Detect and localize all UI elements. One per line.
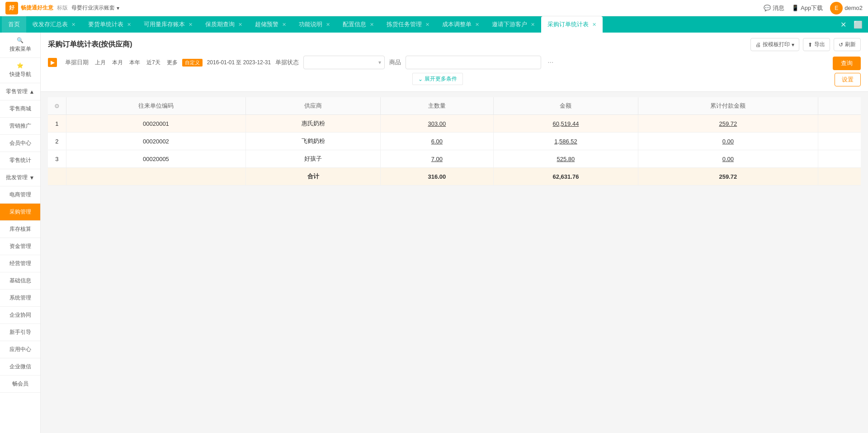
expand-more-button[interactable]: ⌄ 展开更多条件 (412, 73, 463, 85)
row-amount[interactable]: 1,586.52 (493, 133, 638, 150)
sidebar-item-vip[interactable]: 畅会员 (0, 376, 40, 393)
page-actions: 🖨 按模板打印 ▾ ⬆ 导出 ↺ 刷新 (750, 38, 861, 51)
sidebar-item-operation[interactable]: 经营管理 (0, 255, 40, 272)
sidebar-item-guide[interactable]: 新手引导 (0, 324, 40, 341)
row-paid[interactable]: 0.00 (638, 133, 818, 150)
shortcut-7days[interactable]: 近7天 (145, 58, 162, 67)
tab-invite-close[interactable]: ✕ (531, 22, 535, 28)
sidebar-item-ecommerce[interactable]: 电商管理 (0, 186, 40, 204)
tab-config[interactable]: 配置信息 ✕ (336, 16, 380, 33)
tab-receive-close[interactable]: ✕ (71, 22, 75, 28)
footer-row: 合计 316.00 62,631.76 259.72 (48, 168, 861, 186)
tab-close-all-button[interactable]: ✕ (839, 19, 848, 31)
custom-date-badge[interactable]: 自定义 (182, 59, 203, 67)
export-icon: ⬆ (808, 42, 812, 48)
tab-func[interactable]: 功能说明 ✕ (292, 16, 336, 33)
row-qty[interactable]: 6.00 (380, 133, 493, 150)
row-actions (818, 133, 861, 150)
breadcrumb: 标版 (57, 4, 68, 12)
sidebar-search-label: 搜索菜单 (9, 45, 31, 53)
footer-empty1 (48, 168, 66, 186)
tab-cost-adj[interactable]: 成本调整单 ✕ (436, 16, 486, 33)
sidebar-item-enterprise[interactable]: 企业协同 (0, 307, 40, 324)
tab-receive[interactable]: 收发存汇总表 ✕ (26, 16, 82, 33)
sidebar-item-marketing[interactable]: 营销推广 (0, 118, 40, 135)
tab-stock-book[interactable]: 可用量库存账本 ✕ (137, 16, 199, 33)
tab-overstock-close[interactable]: ✕ (282, 22, 286, 28)
tab-purchase-stat[interactable]: 采购订单统计表 ✕ (541, 16, 603, 33)
sidebar-item-purchase[interactable]: 采购管理 (0, 204, 40, 221)
tab-expire-close[interactable]: ✕ (238, 22, 242, 28)
goods-input[interactable] (406, 56, 541, 69)
tab-home[interactable]: 首页 (2, 16, 26, 33)
sidebar-item-wechat[interactable]: 企业微信 (0, 358, 40, 376)
sidebar-item-inventory[interactable]: 库存核算 (0, 221, 40, 238)
export-button[interactable]: ⬆ 导出 (803, 38, 830, 51)
sidebar-item-retail-stat[interactable]: 零售统计 (0, 152, 40, 169)
tab-expire[interactable]: 保质期查询 ✕ (199, 16, 249, 33)
sidebar-item-basic[interactable]: 基础信息 (0, 272, 40, 290)
sidebar-item-search[interactable]: 🔍 搜索菜单 (0, 33, 40, 58)
row-supplier: 飞鹤奶粉 (246, 133, 380, 150)
tab-purchase-stat-close[interactable]: ✕ (592, 22, 596, 28)
status-select[interactable] (303, 56, 385, 69)
tab-cost-adj-close[interactable]: ✕ (475, 22, 479, 28)
table-row: 1 00020001 惠氏奶粉 303.00 60,519.44 259.72 (48, 115, 861, 133)
sidebar-item-retail[interactable]: 零售管理 ▲ (0, 83, 40, 100)
sidebar-marketing-label: 营销推广 (9, 122, 31, 130)
home-tab-label: 首页 (8, 20, 20, 29)
logo-icon: 好 (5, 2, 18, 14)
tab-goods-stat[interactable]: 要货单统计表 ✕ (82, 16, 137, 33)
sidebar-item-wholesale[interactable]: 批发管理 ▼ (0, 169, 40, 186)
tab-overstock[interactable]: 超储预警 ✕ (249, 16, 292, 33)
more-options-button[interactable]: ··· (546, 58, 555, 67)
template-print-button[interactable]: 🖨 按模板打印 ▾ (750, 38, 799, 51)
row-paid[interactable]: 0.00 (638, 150, 818, 168)
shortcut-this-month[interactable]: 本月 (110, 58, 125, 67)
refresh-button[interactable]: ↺ 刷新 (834, 38, 861, 51)
expand-icon: ▲ (29, 89, 35, 95)
sidebar-item-retail-mall[interactable]: 零售商城 (0, 100, 40, 118)
tab-pick-task-close[interactable]: ✕ (425, 22, 429, 28)
tab-func-close[interactable]: ✕ (326, 22, 330, 28)
tab-config-close[interactable]: ✕ (370, 22, 374, 28)
workspace-dropdown[interactable]: 母婴行业演示账套 ▾ (71, 4, 119, 12)
sidebar-item-app-center[interactable]: 应用中心 (0, 341, 40, 358)
shortcut-last-month[interactable]: 上月 (93, 58, 108, 67)
tab-pick-task[interactable]: 拣货任务管理 ✕ (380, 16, 436, 33)
row-qty[interactable]: 7.00 (380, 150, 493, 168)
sidebar-item-shortcut[interactable]: ⭐ 快捷导航 (0, 58, 40, 83)
table-header: ⚙ 往来单位编码 供应商 主数量 金额 累计付款金额 (48, 97, 861, 115)
query-button[interactable]: 查询 (833, 57, 861, 70)
app-download-button[interactable]: 📱 App下载 (792, 4, 823, 12)
row-amount[interactable]: 525.80 (493, 150, 638, 168)
export-label: 导出 (814, 41, 825, 48)
sidebar-app-center-label: 应用中心 (9, 346, 31, 353)
message-button[interactable]: 💬 消息 (764, 4, 784, 12)
star-icon: ⭐ (17, 62, 24, 69)
tab-restore-button[interactable]: ⬜ (852, 19, 864, 31)
tab-invite[interactable]: 邀请下游客户 ✕ (486, 16, 541, 33)
tab-cost-adj-label: 成本调整单 (442, 20, 472, 29)
filter-left: ▶ 单据日期 上月 本月 本年 近7天 更多 自定义 2016-01-01 至 … (48, 56, 827, 87)
tab-overstock-label: 超储预警 (255, 20, 278, 29)
shortcut-this-year[interactable]: 本年 (127, 58, 142, 67)
sidebar-item-member[interactable]: 会员中心 (0, 135, 40, 152)
settings-button[interactable]: 设置 (835, 73, 861, 86)
tab-stock-book-close[interactable]: ✕ (189, 22, 193, 28)
sidebar-item-system[interactable]: 系统管理 (0, 290, 40, 307)
tab-func-label: 功能说明 (299, 20, 322, 29)
row-amount[interactable]: 60,519.44 (493, 115, 638, 133)
filter-toggle-button[interactable]: ▶ (48, 58, 57, 67)
row-qty[interactable]: 303.00 (380, 115, 493, 133)
sidebar: 🔍 搜索菜单 ⭐ 快捷导航 零售管理 ▲ 零售商城 营销推广 会员中心 零售统计… (0, 33, 41, 433)
user-area[interactable]: E demo2 (830, 2, 863, 14)
sidebar-inventory-label: 库存核算 (9, 225, 31, 233)
tab-goods-stat-close[interactable]: ✕ (127, 22, 131, 28)
tab-receive-label: 收发存汇总表 (33, 20, 68, 29)
settings-gear-icon[interactable]: ⚙ (54, 103, 60, 109)
sidebar-item-capital[interactable]: 资金管理 (0, 238, 40, 255)
filter-row1: ▶ 单据日期 上月 本月 本年 近7天 更多 自定义 2016-01-01 至 … (48, 56, 827, 69)
row-paid[interactable]: 259.72 (638, 115, 818, 133)
shortcut-more[interactable]: 更多 (165, 58, 179, 67)
